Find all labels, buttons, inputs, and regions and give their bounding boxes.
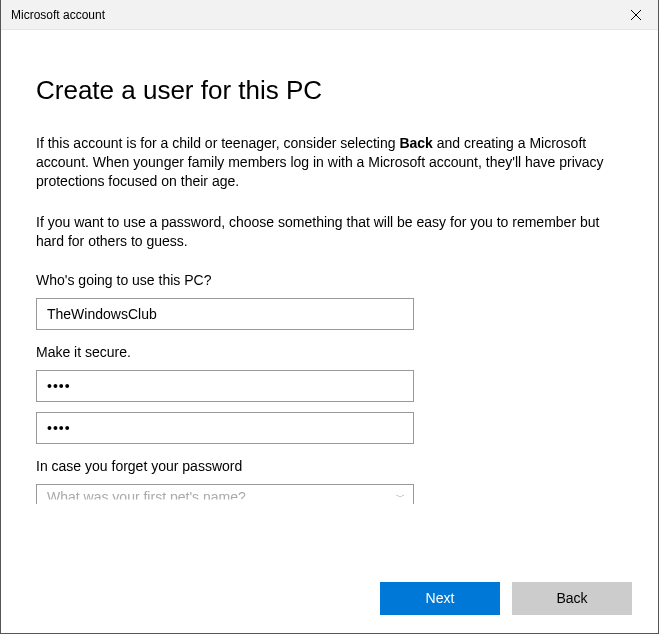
description-child: If this account is for a child or teenag… <box>36 134 623 191</box>
security-question-placeholder: What was your first pet's name? <box>47 489 246 504</box>
forget-label: In case you forget your password <box>36 458 623 474</box>
footer: Next Back <box>1 563 658 633</box>
main-content: Create a user for this PC If this accoun… <box>1 30 658 563</box>
username-label: Who's going to use this PC? <box>36 272 623 288</box>
username-input[interactable] <box>36 298 414 330</box>
page-heading: Create a user for this PC <box>36 75 623 106</box>
secure-label: Make it secure. <box>36 344 623 360</box>
back-button[interactable]: Back <box>512 582 632 615</box>
next-button[interactable]: Next <box>380 582 500 615</box>
close-icon <box>631 10 641 20</box>
desc-text-bold: Back <box>399 135 432 151</box>
description-password: If you want to use a password, choose so… <box>36 213 623 251</box>
password-input[interactable] <box>36 370 414 402</box>
titlebar: Microsoft account <box>1 0 658 30</box>
close-button[interactable] <box>613 0 658 30</box>
chevron-down-icon: ﹀ <box>396 491 405 504</box>
window-title: Microsoft account <box>11 8 105 22</box>
desc-text-pre: If this account is for a child or teenag… <box>36 135 399 151</box>
security-question-dropdown[interactable]: What was your first pet's name? ﹀ <box>36 484 414 504</box>
password-confirm-input[interactable] <box>36 412 414 444</box>
